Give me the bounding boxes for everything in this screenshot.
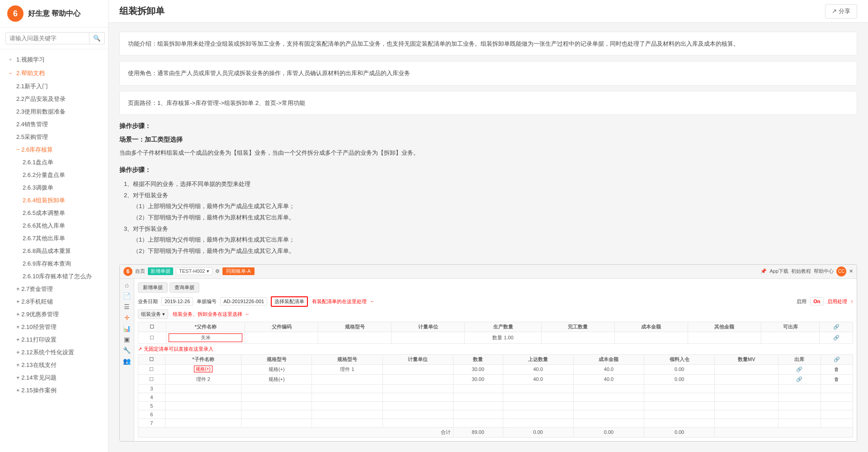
- ss-arrow1: ←: [370, 299, 375, 304]
- ss-help: 帮助中心: [814, 268, 834, 275]
- sidebar-item-213[interactable]: + 2.13在线支付: [0, 359, 108, 371]
- sidebar-item-261[interactable]: 2.6.1盘点单: [0, 156, 108, 169]
- ss-parent-table: ☐ *父件名称 父件编码 规格型号 计量单位 生产数量 完工数量 成本金额 其他…: [138, 322, 853, 344]
- ss-ctd2-mv: [715, 374, 778, 384]
- ss-footer-val2: 0.00: [503, 427, 573, 437]
- ss-close-icon[interactable]: ✕: [849, 268, 853, 274]
- sidebar-item-263[interactable]: 2.6.3调拨单: [0, 181, 108, 194]
- sidebar-item-27[interactable]: + 2.7资金管理: [0, 283, 108, 295]
- table-row: ☐ 关米 数量 1.00 🔗: [138, 332, 853, 343]
- sidebar-item-266[interactable]: 2.6.6其他入库单: [0, 219, 108, 232]
- ss-tool-icon: 🔧: [123, 347, 131, 354]
- ss-th-prod-qty: 生产数量: [465, 322, 541, 332]
- sidebar-item-269[interactable]: 2.6.9库存账本查询: [0, 257, 108, 270]
- ss-left-icons: ⌂ 📄 ☰ ✛ 📊 ▣ 🔧 👥: [120, 279, 134, 441]
- ss-logo: 6: [123, 267, 132, 276]
- ss-arrow4: ↗: [138, 346, 142, 352]
- ss-cth-mv: 数量MV: [715, 354, 778, 364]
- search-bar: 🔍: [0, 28, 108, 49]
- ss-tutorial: 初始教程: [791, 268, 811, 275]
- main-area: 组装拆卸单 ↗ 分享 功能介绍：组装拆卸单用来处理企业组装或拆卸等加工业务，支持…: [108, 0, 868, 452]
- sidebar-item-212[interactable]: + 2.12系统个性化设置: [0, 346, 108, 359]
- ss-annotation3: 组装业务、拆卸业务在这里选择: [173, 311, 242, 318]
- intro-path-text: 页面路径：1、库存核算->库存管理->组装拆卸单 2、首页->常用功能: [128, 100, 305, 106]
- table-row: 5: [138, 401, 853, 410]
- sidebar-item-videos[interactable]: + 1.视频学习: [0, 53, 108, 67]
- content-area: 功能介绍：组装拆卸单用来处理企业组装或拆卸等加工业务，支持有固定装配清单的产品加…: [108, 23, 868, 452]
- search-button[interactable]: 🔍: [90, 32, 105, 44]
- share-button[interactable]: ↗ 分享: [825, 4, 857, 19]
- ss-sync-btn[interactable]: 同期账单-A: [222, 267, 255, 275]
- ss-date-input[interactable]: 2019-12-26: [161, 297, 193, 305]
- sidebar-item-28[interactable]: + 2.8手机旺铺: [0, 295, 108, 308]
- sidebar-item-265[interactable]: 2.6.5成本调整单: [0, 207, 108, 219]
- sidebar-item-214[interactable]: + 2.14常见问题: [0, 371, 108, 384]
- ss-footer-empty: [715, 427, 853, 437]
- ss-list-icon: ☰: [124, 303, 130, 310]
- sidebar-item-docs[interactable]: − 2.帮助文档: [0, 67, 108, 80]
- ss-assembly-btn[interactable]: 选择装配清单: [271, 296, 308, 307]
- ss-td-unit: [392, 332, 465, 343]
- ss-home-icon: ⌂: [125, 281, 128, 289]
- ss-company-dropdown[interactable]: TEST-H002 ▾: [176, 267, 212, 275]
- ss-th-comp-qty: 完工数量: [541, 322, 614, 332]
- ss-td-check: ☐: [138, 332, 166, 343]
- steps-title: 操作步骤：: [119, 166, 857, 174]
- ss-annotation4-row: ↗ 无固定清单可以直接在这里录入: [138, 346, 853, 352]
- ss-ctd-spec: 规格(+): [241, 364, 312, 374]
- ss-pin-icon: 📌: [760, 268, 767, 274]
- ss-cth-spec: 规格型号: [312, 354, 382, 364]
- ss-parent-table-header: ☐ *父件名称 父件编码 规格型号 计量单位 生产数量 完工数量 成本金额 其他…: [138, 322, 853, 332]
- ss-annotation1-text: 有装配清单的在这里处理: [312, 299, 367, 304]
- ss-cth-out: 出库: [778, 354, 821, 364]
- scene1-title: 场景一：加工类型选择: [119, 136, 857, 144]
- sidebar-item-install[interactable]: 2.2产品安装及登录: [0, 93, 108, 105]
- ss-status-input[interactable]: On: [810, 297, 823, 305]
- sidebar-item-264[interactable]: 2.6.4组装拆卸单: [0, 194, 108, 207]
- ss-cth-action: 🔗: [821, 354, 853, 364]
- sidebar-item-sales[interactable]: 2.4销售管理: [0, 118, 108, 131]
- minus-icon: −: [7, 70, 14, 76]
- sidebar-item-29[interactable]: + 2.9优惠券管理: [0, 308, 108, 321]
- sidebar-item-215[interactable]: + 2.15操作案例: [0, 384, 108, 397]
- ss-user-avatar: CC: [836, 266, 846, 276]
- sidebar-item-268[interactable]: 2.6.8商品成本重算: [0, 245, 108, 257]
- sidebar: 6 好生意 帮助中心 🔍 + 1.视频学习 − 2.帮助文档 2.1新手入门 2…: [0, 0, 108, 452]
- ss-cth-code: 规格型号: [241, 354, 312, 364]
- sidebar-item-newuser[interactable]: 2.1新手入门: [0, 80, 108, 93]
- ss-ctd-name: 规格(+): [165, 364, 241, 374]
- sidebar-header: 6 好生意 帮助中心: [0, 0, 108, 28]
- app-logo: 6: [7, 5, 24, 22]
- ss-child-table: ☐ *子件名称 规格型号 规格型号 计量单位 数量 上达数量 成本金额 领料入仓…: [138, 354, 853, 438]
- sidebar-item-2610[interactable]: 2.6.10库存账本错了怎么办: [0, 270, 108, 283]
- sidebar-item-data[interactable]: 2.3使用前数据准备: [0, 105, 108, 118]
- ss-ctd2-pick: 0.00: [644, 374, 715, 384]
- ss-ctd-check: ☐: [138, 364, 165, 374]
- ss-tab-query[interactable]: 查询单据: [170, 282, 199, 293]
- page-title: 组装拆卸单: [119, 5, 165, 17]
- table-row: 7: [138, 419, 853, 427]
- ss-cth-qty: 数量: [453, 354, 503, 364]
- ss-arrow3: ←: [245, 311, 250, 317]
- table-row: 4: [138, 393, 853, 401]
- ss-th-other: 其他金额: [688, 322, 761, 332]
- ss-tab-add[interactable]: 新增单据: [138, 282, 168, 293]
- sidebar-item-267[interactable]: 2.6.7其他出库单: [0, 232, 108, 245]
- sidebar-item-262[interactable]: 2.6.2分量盘点单: [0, 169, 108, 181]
- step2: 2、对于组装业务: [124, 190, 857, 201]
- ss-doc-input[interactable]: AD-20191226-001: [220, 297, 267, 305]
- ss-box-icon: ▣: [124, 336, 130, 343]
- sidebar-item-purchase[interactable]: 2.5采购管理: [0, 131, 108, 143]
- sidebar-item-inventory[interactable]: − 2.6库存核算: [0, 143, 108, 156]
- ss-td-spec: [318, 332, 392, 343]
- search-input[interactable]: [5, 32, 90, 44]
- ss-type-dropdown[interactable]: 组装业务 ▾: [138, 309, 168, 319]
- sidebar-item-211[interactable]: + 2.11打印设置: [0, 333, 108, 346]
- step3: 3、对于拆装业务: [124, 224, 857, 235]
- sidebar-label: 2.帮助文档: [16, 69, 45, 77]
- ss-th-unit: 计量单位: [392, 322, 465, 332]
- ss-company-name: TEST-H002: [179, 268, 205, 274]
- ss-ctd2-qty: 30.00: [453, 374, 503, 384]
- sidebar-item-210[interactable]: + 2.10经营管理: [0, 321, 108, 333]
- ss-th-parent-code: 父件编码: [245, 322, 318, 332]
